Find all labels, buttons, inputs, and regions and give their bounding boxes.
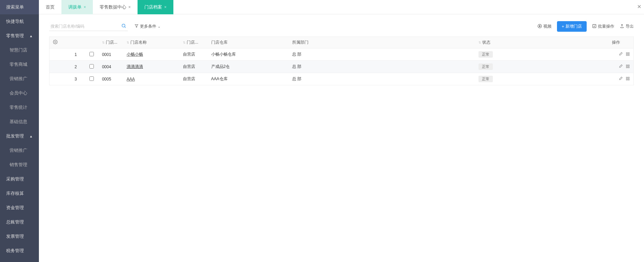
sidebar-item-label: 零售管理 — [6, 33, 24, 39]
sidebar-item[interactable]: 营销推广 — [0, 72, 39, 86]
sidebar-item[interactable]: 搜索菜单 — [0, 0, 39, 14]
search-icon[interactable] — [121, 23, 126, 29]
sidebar-item-label: 税务管理 — [6, 248, 24, 254]
gear-icon[interactable] — [53, 41, 58, 45]
sidebar-item[interactable]: 批发管理▲ — [0, 129, 39, 143]
th-name[interactable]: ⇅门店名称 — [123, 37, 180, 48]
row-more-icon[interactable] — [626, 76, 630, 82]
sidebar: 搜索菜单快捷导航零售管理▲智慧门店零售商城营销推广会员中心零售统计基础信息批发管… — [0, 0, 39, 262]
tab[interactable]: 门店档案× — [138, 0, 173, 14]
close-icon[interactable]: × — [128, 5, 131, 10]
sidebar-item[interactable]: 发票管理 — [0, 229, 39, 244]
cell-gear — [49, 48, 67, 61]
tab-label: 调拨单 — [68, 4, 82, 10]
cell-index: 2 — [67, 61, 85, 73]
cell-department: 总 部 — [289, 73, 475, 85]
svg-rect-7 — [626, 53, 627, 54]
tab[interactable]: 零售数据中心× — [93, 0, 138, 14]
toolbar-right: 视频 + 新增门店 批量操作 导出 — [538, 21, 634, 32]
tab[interactable]: 首页 — [39, 0, 61, 14]
sidebar-item[interactable]: 销售管理 — [0, 158, 39, 172]
row-edit-icon[interactable] — [618, 64, 623, 70]
th-type[interactable]: ⇅门店... — [180, 37, 208, 48]
row-more-icon[interactable] — [626, 52, 630, 57]
more-filter-label: 更多条件 — [140, 24, 156, 29]
svg-marker-4 — [539, 25, 540, 27]
sidebar-item[interactable]: 快捷导航 — [0, 14, 39, 29]
cell-department: 总 部 — [289, 48, 475, 61]
sidebar-item[interactable]: 基础信息 — [0, 115, 39, 129]
cell-index: 3 — [67, 73, 85, 85]
cell-checkbox — [85, 61, 99, 73]
edit-icon — [592, 24, 597, 29]
sidebar-item[interactable]: 总账管理 — [0, 215, 39, 229]
close-all-icon[interactable]: × — [637, 3, 641, 11]
svg-rect-14 — [628, 67, 629, 68]
row-edit-icon[interactable] — [618, 76, 623, 82]
close-icon[interactable]: × — [164, 5, 167, 10]
export-label: 导出 — [626, 24, 634, 29]
sidebar-item-label: 发票管理 — [6, 233, 24, 239]
svg-rect-18 — [628, 79, 629, 80]
sidebar-item[interactable]: 智慧门店 — [0, 43, 39, 57]
th-gear — [49, 37, 67, 48]
sidebar-item-label: 营销推广 — [10, 76, 27, 82]
sidebar-item[interactable]: 营销推广 — [0, 143, 39, 158]
svg-rect-11 — [626, 65, 627, 66]
toolbar: 更多条件 ⌄ 视频 + 新增门店 批量操作 — [49, 21, 634, 32]
cell-warehouse: AAA仓库 — [208, 73, 289, 85]
export-button[interactable]: 导出 — [620, 24, 634, 29]
row-edit-icon[interactable] — [618, 52, 623, 57]
more-filter-button[interactable]: 更多条件 ⌄ — [134, 24, 160, 29]
svg-rect-9 — [626, 54, 627, 55]
cell-name: 滴滴滴滴 — [123, 61, 180, 73]
sidebar-item-label: 采购管理 — [6, 176, 24, 182]
sidebar-item-label: 零售商城 — [10, 61, 27, 68]
add-store-button[interactable]: + 新增门店 — [557, 21, 587, 32]
batch-ops-button[interactable]: 批量操作 — [592, 24, 614, 29]
sidebar-item[interactable]: 资金管理 — [0, 201, 39, 215]
sidebar-item[interactable]: 税务管理 — [0, 244, 39, 258]
row-checkbox[interactable] — [89, 52, 94, 56]
row-more-icon[interactable] — [626, 64, 630, 70]
cell-code: 0001 — [99, 48, 123, 61]
plus-icon: + — [562, 24, 564, 29]
sidebar-item[interactable]: 零售商城 — [0, 57, 39, 72]
th-status-label: 状态 — [482, 40, 490, 45]
status-badge: 正常 — [478, 76, 493, 82]
sidebar-item[interactable]: 会员中心 — [0, 86, 39, 100]
export-icon — [620, 24, 624, 29]
th-status[interactable]: ⇅状态 — [475, 37, 598, 48]
th-code[interactable]: ⇅门店... — [99, 37, 123, 48]
sort-icon: ⇅ — [102, 41, 105, 44]
store-name-link[interactable]: AAA — [127, 77, 135, 82]
sidebar-item-label: 库存核算 — [6, 190, 24, 196]
store-table: ⇅门店... ⇅门店名称 ⇅门店... 门店仓库 所属部门 ⇅状态 操作 100… — [49, 37, 634, 85]
tab[interactable]: 调拨单× — [61, 0, 93, 14]
cell-code: 0005 — [99, 73, 123, 85]
chevron-down-icon: ⌄ — [158, 25, 160, 28]
sidebar-item[interactable]: 库存核算 — [0, 186, 39, 201]
cell-index: 1 — [67, 48, 85, 61]
svg-point-6 — [55, 41, 56, 43]
cell-type: 自营店 — [180, 61, 208, 73]
row-checkbox[interactable] — [89, 64, 94, 69]
cell-ops — [598, 73, 633, 85]
sidebar-item-label: 会员中心 — [10, 90, 27, 96]
sidebar-item[interactable]: 零售管理▲ — [0, 29, 39, 43]
close-icon[interactable]: × — [84, 5, 86, 10]
store-name-link[interactable]: 小畅小畅 — [127, 52, 143, 57]
video-button[interactable]: 视频 — [538, 24, 552, 29]
svg-line-1 — [125, 27, 126, 28]
store-name-link[interactable]: 滴滴滴滴 — [127, 64, 143, 69]
row-checkbox[interactable] — [89, 76, 94, 81]
add-store-label: 新增门店 — [566, 24, 582, 29]
th-type-label: 门店... — [187, 40, 198, 45]
sidebar-item-label: 营销推广 — [10, 147, 27, 154]
th-ops-label: 操作 — [612, 40, 620, 45]
sidebar-item[interactable]: 零售统计 — [0, 100, 39, 115]
sidebar-item[interactable]: 采购管理 — [0, 172, 39, 186]
search-input[interactable] — [49, 22, 128, 31]
table-header-row: ⇅门店... ⇅门店名称 ⇅门店... 门店仓库 所属部门 ⇅状态 操作 — [49, 37, 634, 48]
cell-type: 自营店 — [180, 73, 208, 85]
